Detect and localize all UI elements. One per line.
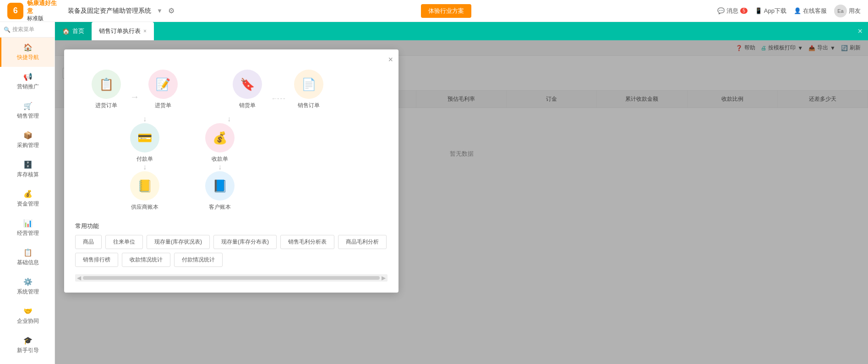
flow-modal: × 📋 进货订单 → 📝 进货单: [64, 49, 399, 293]
scroll-bar-area[interactable]: ◀ ▶: [75, 274, 388, 282]
logo-text: 畅康通好生意 标准版: [27, 0, 62, 22]
sidebar-item-purchase[interactable]: 📦 采购管理: [0, 125, 55, 155]
download-icon: 📱: [755, 7, 762, 14]
customer-ledger-label: 客户账本: [209, 203, 231, 211]
sidebar-item-enterprise[interactable]: 🤝 企业协同: [0, 301, 55, 331]
message-badge: 5: [740, 8, 748, 14]
payment-slip-circle[interactable]: 💳: [130, 123, 159, 152]
flow-row-4-arrows: ↓ ↓: [82, 163, 244, 171]
user-item[interactable]: Ea 用友: [834, 5, 861, 17]
sidebar-item-quick-nav[interactable]: 🏠 快捷导航: [0, 38, 55, 67]
purchase-slip-node: 📝 进货单: [148, 70, 178, 109]
top-bar-right: 💬 消息 5 📱 App下载 👤 在线客服 Ea 用友: [717, 5, 861, 17]
logo-icon: 6: [7, 3, 23, 19]
receipt-slip-node: 💰 收款单: [205, 123, 235, 163]
message-item[interactable]: 💬 消息 5: [717, 7, 748, 15]
sidebar: 🔍 搜索菜单 🏠 快捷导航 📢 营销推广 🛒 销售管理 📦 采购管理 🗄️: [0, 22, 55, 364]
operation-icon: 📊: [23, 219, 33, 228]
purchase-order-circle[interactable]: 📋: [92, 70, 121, 99]
flow-row-5: 📒 供应商账本 📘 客户账本: [82, 171, 244, 211]
online-service-item[interactable]: 👤 在线客服: [794, 7, 827, 15]
system-title: 装备及固定资产辅助管理系统: [68, 7, 151, 15]
scroll-track[interactable]: [83, 276, 380, 280]
func-btn-stock-status[interactable]: 现存量(库存状况表): [147, 235, 210, 249]
app-download-item[interactable]: 📱 App下载: [755, 7, 786, 15]
common-functions: 常用功能 商品 往来单位 现存量(库存状况表) 现存量(库存分布表) 销售毛利分…: [75, 222, 388, 267]
message-icon: 💬: [717, 7, 725, 14]
tab-bar-close[interactable]: ×: [857, 27, 868, 36]
func-btn-sales-rank[interactable]: 销售排行榜: [75, 253, 118, 267]
enterprise-icon: 🤝: [23, 307, 33, 315]
receipt-slip-label: 收款单: [212, 155, 228, 163]
receipt-slip-circle[interactable]: 💰: [205, 123, 235, 152]
finance-icon: 💰: [23, 190, 33, 198]
arrow-down-ps: ↓: [121, 115, 169, 123]
customer-ledger-node: 📘 客户账本: [205, 171, 235, 211]
inventory-icon: 🗄️: [23, 160, 33, 169]
newbie-icon: 🎓: [23, 336, 33, 345]
tab-home[interactable]: 🏠 首页: [55, 22, 92, 40]
purchase-icon: 📦: [23, 131, 33, 140]
scroll-right-arrow[interactable]: ▶: [380, 275, 388, 281]
avatar: Ea: [834, 5, 847, 17]
sidebar-item-finance[interactable]: 💰 资金管理: [0, 184, 55, 213]
func-btn-payment-stats[interactable]: 付款情况统计: [174, 253, 223, 267]
tab-sales-order-exec[interactable]: 销售订单执行表 ×: [92, 22, 154, 40]
scroll-left-arrow[interactable]: ◀: [75, 275, 83, 281]
sidebar-item-operation[interactable]: 📊 经营管理: [0, 213, 55, 243]
arrow-down-receipt: ↓: [196, 163, 244, 171]
sidebar-item-system[interactable]: ⚙️ 系统管理: [0, 272, 55, 301]
func-buttons-row2: 销售排行榜 收款情况统计 付款情况统计: [75, 253, 388, 267]
sidebar-item-inventory[interactable]: 🗄️ 库存核算: [0, 155, 55, 184]
func-btn-sales-profit[interactable]: 销售毛利分析表: [280, 235, 334, 249]
basic-icon: 📋: [23, 248, 33, 257]
sidebar-search[interactable]: 🔍 搜索菜单: [0, 22, 55, 38]
dashed-arrow-so-to-ss: ←- - -: [271, 95, 285, 102]
flow-row-3: 💳 付款单 💰 收款单: [82, 123, 244, 163]
purchase-slip-circle[interactable]: 📝: [148, 70, 178, 99]
flow-diagram: 📋 进货订单 → 📝 进货单 🔖 销货单 ←- - -: [75, 60, 388, 215]
flow-row-1: 📋 进货订单 → 📝 进货单 🔖 销货单 ←- - -: [82, 64, 333, 115]
arrow-po-to-ps: →: [130, 92, 139, 102]
sidebar-item-sales[interactable]: 🛒 销售管理: [0, 96, 55, 125]
sidebar-item-basic[interactable]: 📋 基础信息: [0, 243, 55, 272]
purchase-slip-label: 进货单: [155, 102, 171, 109]
func-btn-receipt-stats[interactable]: 收款情况统计: [122, 253, 170, 267]
flow-row-2-arrows: ↓ ↓: [82, 115, 253, 123]
marketing-icon: 📢: [23, 72, 33, 81]
system-icon: ⚙️: [23, 277, 33, 286]
supplier-ledger-circle[interactable]: 📒: [130, 171, 159, 201]
sales-slip-node: 🔖 销货单: [233, 70, 262, 109]
payment-slip-node: 💳 付款单: [130, 123, 159, 163]
arrow-down-payment: ↓: [121, 163, 169, 171]
sales-order-circle[interactable]: 📄: [294, 70, 323, 99]
func-btn-product[interactable]: 商品: [75, 235, 102, 249]
func-btn-partners[interactable]: 往来单位: [105, 235, 143, 249]
supplier-ledger-label: 供应商账本: [131, 203, 158, 211]
top-bar: 6 畅康通好生意 标准版 装备及固定资产辅助管理系统 ▼ ⚙ 体验行业方案 💬 …: [0, 0, 868, 22]
try-button[interactable]: 体验行业方案: [421, 4, 471, 18]
top-bar-actions: 体验行业方案: [421, 4, 471, 18]
common-functions-title: 常用功能: [75, 222, 388, 230]
arrow-down-ss: ↓: [205, 115, 253, 123]
modal-overlay[interactable]: × 📋 进货订单 → 📝 进货单: [55, 40, 868, 364]
payment-slip-label: 付款单: [136, 155, 153, 163]
sidebar-item-marketing[interactable]: 📢 营销推广: [0, 67, 55, 96]
service-icon: 👤: [794, 7, 801, 14]
home-icon: 🏠: [23, 43, 33, 52]
func-btn-product-profit[interactable]: 商品毛利分析: [338, 235, 387, 249]
sales-slip-circle[interactable]: 🔖: [233, 70, 262, 99]
sales-order-node: 📄 销售订单: [294, 70, 323, 109]
sales-slip-label: 销货单: [239, 102, 256, 109]
modal-close-button[interactable]: ×: [388, 55, 393, 65]
func-btn-stock-dist[interactable]: 现存量(库存分布表): [213, 235, 277, 249]
dropdown-icon[interactable]: ▼: [157, 7, 163, 14]
sidebar-item-newbie[interactable]: 🎓 新手引导: [0, 331, 55, 360]
tab-close-button[interactable]: ×: [143, 28, 147, 34]
logo-area: 6 畅康通好生意 标准版: [7, 0, 62, 22]
settings-icon[interactable]: ⚙: [168, 6, 175, 15]
purchase-order-label: 进货订单: [95, 102, 117, 109]
customer-ledger-circle[interactable]: 📘: [205, 171, 235, 201]
top-bar-left: 6 畅康通好生意 标准版 装备及固定资产辅助管理系统 ▼ ⚙: [7, 0, 175, 22]
purchase-order-node: 📋 进货订单: [92, 70, 121, 109]
